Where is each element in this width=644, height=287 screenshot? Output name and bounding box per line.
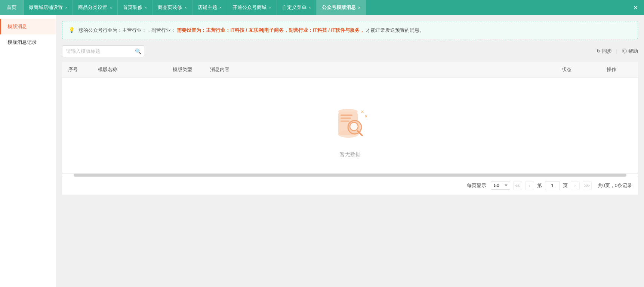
close-all-button[interactable]: ✕ bbox=[627, 0, 644, 15]
col-header-name: 模版名称 bbox=[92, 62, 167, 78]
help-icon: ⓪ bbox=[622, 48, 627, 55]
tab-custom-menu[interactable]: 自定义菜单 × bbox=[277, 0, 317, 15]
col-header-index: 序号 bbox=[62, 62, 92, 78]
notice-highlight: 需要设置为：主营行业：IT科技 / 互联网|电子商务，副营行业：IT科技 / I… bbox=[177, 27, 364, 33]
col-header-type: 模版类型 bbox=[167, 62, 204, 78]
page-size-select[interactable]: 10 20 50 100 bbox=[491, 181, 510, 190]
sidebar-item-template-msg-label: 模版消息 bbox=[7, 24, 27, 29]
search-input[interactable] bbox=[62, 45, 144, 57]
help-label: 帮助 bbox=[628, 48, 638, 55]
search-actions: ↻ 同步 | ⓪ 帮助 bbox=[597, 48, 638, 55]
empty-state: 暂无数据 bbox=[62, 78, 638, 173]
svg-rect-3 bbox=[341, 117, 351, 119]
scroll-bar-area[interactable] bbox=[62, 174, 638, 177]
notice-prefix: 您的公众号行业为：主营行业：，副营行业： bbox=[78, 27, 176, 33]
sidebar: 模版消息 模版消息记录 bbox=[0, 15, 56, 287]
page-num-input[interactable] bbox=[545, 181, 560, 190]
tab-template-msg[interactable]: 公众号模版消息 × bbox=[317, 0, 366, 15]
sync-label: 同步 bbox=[602, 48, 612, 55]
notice-box: 💡 您的公众号行业为：主营行业：，副营行业： 需要设置为：主营行业：IT科技 /… bbox=[62, 21, 638, 39]
page-first-icon[interactable]: ⋘ bbox=[513, 181, 522, 190]
close-homepage-decor-icon[interactable]: × bbox=[145, 5, 147, 10]
sidebar-item-template-record-label: 模版消息记录 bbox=[7, 39, 37, 45]
sidebar-item-template-msg[interactable]: 模版消息 bbox=[0, 19, 56, 34]
svg-rect-2 bbox=[341, 115, 352, 116]
page-size-label: 每页显示 bbox=[467, 182, 486, 189]
tab-home[interactable]: 首页 bbox=[0, 0, 24, 15]
tab-custom-menu-label: 自定义菜单 bbox=[282, 4, 306, 11]
tab-category[interactable]: 商品分类设置 × bbox=[73, 0, 117, 15]
close-wechat-shop-icon[interactable]: × bbox=[65, 5, 67, 10]
help-button[interactable]: ⓪ 帮助 bbox=[622, 48, 638, 55]
tab-home-label: 首页 bbox=[7, 4, 16, 11]
tab-template-msg-label: 公众号模版消息 bbox=[322, 4, 356, 11]
svg-point-7 bbox=[350, 122, 358, 131]
tab-wechat-shop-label: 微商城店铺设置 bbox=[29, 4, 63, 11]
close-theme-icon[interactable]: × bbox=[219, 5, 222, 10]
close-custom-menu-icon[interactable]: × bbox=[309, 5, 311, 10]
table-header-row: 序号 模版名称 模版类型 消息内容 状态 操作 bbox=[62, 62, 638, 78]
page-last-icon[interactable]: ⋙ bbox=[583, 181, 592, 190]
top-nav: 首页 微商城店铺设置 × 商品分类设置 × 首页装修 × 商品页装修 × 店铺主… bbox=[0, 0, 644, 15]
close-category-icon[interactable]: × bbox=[110, 5, 112, 10]
col-header-content: 消息内容 bbox=[204, 62, 556, 78]
tab-product-decor[interactable]: 商品页装修 × bbox=[152, 0, 192, 15]
col-header-action: 操作 bbox=[601, 62, 638, 78]
tab-open-mall[interactable]: 开通公众号商城 × bbox=[227, 0, 277, 15]
search-icon[interactable]: 🔍 bbox=[135, 48, 141, 54]
svg-point-5 bbox=[338, 109, 358, 114]
tab-theme[interactable]: 店铺主题 × bbox=[192, 0, 227, 15]
content-area: 💡 您的公众号行业为：主营行业：，副营行业： 需要设置为：主营行业：IT科技 /… bbox=[56, 15, 644, 287]
total-info: 共0页，0条记录 bbox=[598, 182, 632, 189]
sync-icon: ↻ bbox=[597, 48, 601, 54]
data-table: 序号 模版名称 模版类型 消息内容 状态 操作 bbox=[62, 62, 638, 173]
page-suffix: 页 bbox=[563, 182, 568, 189]
close-template-msg-icon[interactable]: × bbox=[358, 5, 360, 10]
search-bar: 🔍 ↻ 同步 | ⓪ 帮助 bbox=[62, 45, 638, 57]
close-open-mall-icon[interactable]: × bbox=[269, 5, 271, 10]
scroll-bar-inner bbox=[74, 174, 626, 177]
notice-icon: 💡 bbox=[68, 27, 75, 33]
close-product-decor-icon[interactable]: × bbox=[184, 5, 187, 10]
main-layout: 模版消息 模版消息记录 💡 您的公众号行业为：主营行业：，副营行业： 需要设置为… bbox=[0, 15, 644, 287]
tab-category-label: 商品分类设置 bbox=[78, 4, 107, 11]
page-prev-icon[interactable]: ‹ bbox=[525, 181, 534, 190]
empty-text: 暂无数据 bbox=[340, 151, 361, 158]
empty-row: 暂无数据 bbox=[62, 77, 638, 173]
tab-product-decor-label: 商品页装修 bbox=[158, 4, 182, 11]
pagination: 每页显示 10 20 50 100 ⋘ ‹ 第 页 › ⋙ 共0页，0条记录 bbox=[62, 177, 638, 195]
sidebar-item-template-record[interactable]: 模版消息记录 bbox=[0, 34, 56, 50]
col-header-status: 状态 bbox=[556, 62, 601, 78]
search-input-wrap: 🔍 bbox=[62, 45, 144, 57]
sync-button[interactable]: ↻ 同步 bbox=[597, 48, 612, 55]
tab-homepage-decor-label: 首页装修 bbox=[123, 4, 142, 11]
svg-rect-4 bbox=[341, 120, 349, 122]
tab-homepage-decor[interactable]: 首页装修 × bbox=[118, 0, 152, 15]
page-next-icon[interactable]: › bbox=[571, 181, 580, 190]
notice-suffix: 才能正常发送预置的消息。 bbox=[366, 27, 424, 33]
tab-wechat-shop[interactable]: 微商城店铺设置 × bbox=[24, 0, 73, 15]
empty-icon bbox=[328, 100, 373, 145]
tab-open-mall-label: 开通公众号商城 bbox=[232, 4, 266, 11]
divider: | bbox=[616, 48, 617, 54]
tab-theme-label: 店铺主题 bbox=[198, 4, 217, 11]
page-word: 第 bbox=[537, 182, 542, 189]
